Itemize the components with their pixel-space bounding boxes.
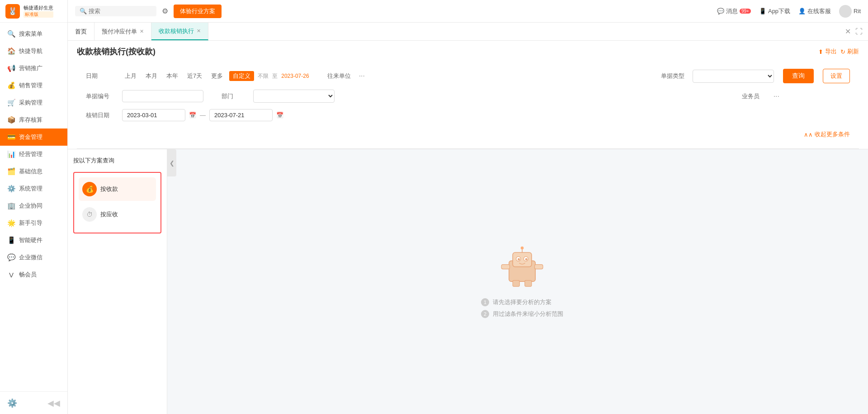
close-receipt-tab-icon[interactable]: ✕ (197, 28, 201, 34)
sidebar-item-system[interactable]: ⚙️ 系统管理 (0, 180, 67, 197)
sidebar-item-label: 畅会员 (19, 271, 37, 279)
sidebar-item-label: 系统管理 (19, 185, 42, 193)
hint-text-2: 用过滤条件来缩小分析范围 (493, 310, 563, 318)
chevron-up-icon: ∧∧ (804, 131, 813, 138)
panel-collapse-btn[interactable]: ❮ (167, 149, 176, 176)
tabbar: 首页 预付冲应付单 ✕ 收款核销执行 ✕ ✕ ⛶ (68, 23, 868, 41)
sidebar-menu: 🔍 搜索菜单 🏠 快捷导航 📢 营销推广 💰 销售管理 🛒 采购管理 📦 库存核… (0, 23, 67, 391)
writeoff-date-to-input[interactable] (209, 109, 273, 121)
query-btn[interactable]: 查询 (783, 69, 814, 83)
sidebar-item-label: 新手引导 (19, 219, 42, 227)
writeoff-date-from-input[interactable] (122, 109, 185, 121)
app-label: App下载 (768, 7, 790, 15)
collapse-more-btn[interactable]: ∧∧ 收起更多条件 (86, 128, 850, 141)
sidebar-item-label: 搜索菜单 (19, 30, 42, 38)
sidebar-item-basic[interactable]: 🗂️ 基础信息 (0, 163, 67, 180)
partner-label: 往来单位 (327, 72, 354, 80)
doctype-select[interactable] (693, 70, 774, 83)
by-receipt-label: 按收款 (100, 185, 118, 193)
tab-receipt[interactable]: 收款核销执行 ✕ (151, 23, 208, 40)
close-prepay-tab-icon[interactable]: ✕ (140, 29, 144, 34)
svg-rect-8 (513, 280, 519, 286)
refresh-btn[interactable]: ↻ 刷新 (840, 48, 859, 56)
sidebar-item-funds[interactable]: 💳 资金管理 (0, 128, 67, 146)
sidebar-item-wechat[interactable]: 💬 企业微信 (0, 249, 67, 266)
logo-icon: 🐰 (5, 4, 20, 19)
right-content: 1 请先选择要分析的方案 2 用过滤条件来缩小分析范围 (176, 149, 868, 414)
export-btn[interactable]: ⬆ 导出 (818, 48, 837, 56)
date-range-separator: — (200, 112, 206, 119)
purchase-icon: 🛒 (7, 99, 15, 107)
refresh-icon: ↻ (840, 48, 845, 55)
date-btn-last-month[interactable]: 上月 (122, 71, 139, 81)
docno-input[interactable] (122, 90, 203, 102)
partner-dots-btn[interactable]: ··· (359, 72, 365, 80)
partner-group: 往来单位 ··· (327, 72, 652, 80)
sidebar-item-label: 采购管理 (19, 99, 42, 107)
sidebar-item-search[interactable]: 🔍 搜索菜单 (0, 25, 67, 43)
user-item[interactable]: Rit (839, 5, 861, 18)
empty-state: 1 请先选择要分析的方案 2 用过滤条件来缩小分析范围 (481, 246, 563, 318)
industry-btn[interactable]: 体验行业方案 (174, 5, 222, 18)
sidebar-item-hardware[interactable]: 📱 智能硬件 (0, 232, 67, 249)
funds-icon: 💳 (7, 133, 15, 141)
cal-to-icon[interactable]: 📅 (276, 112, 283, 119)
page-header: 收款核销执行(按收款) ⬆ 导出 ↻ 刷新 日期 (68, 41, 868, 149)
sidebar-item-label: 销售管理 (19, 81, 42, 90)
settings-btn[interactable]: 设置 (823, 69, 850, 83)
hint-num-1: 1 (481, 298, 489, 306)
collapse-label: 收起更多条件 (815, 130, 850, 138)
sidebar-item-operations[interactable]: 📊 经营管理 (0, 146, 67, 163)
sidebar-item-member[interactable]: V 畅会员 (0, 266, 67, 283)
settings-gear-icon[interactable]: ⚙️ (7, 398, 17, 408)
cal-from-icon[interactable]: 📅 (189, 112, 196, 119)
enterprise-icon: 🏢 (7, 202, 15, 210)
tab-prepay-label: 预付冲应付单 (102, 28, 137, 36)
inventory-icon: 📦 (7, 116, 15, 124)
sidebar-item-label: 库存核算 (19, 116, 42, 124)
app-download-item[interactable]: 📱 App下载 (759, 7, 790, 15)
content-area: 收款核销执行(按收款) ⬆ 导出 ↻ 刷新 日期 (68, 41, 868, 414)
option-by-receipt[interactable]: 💰 按收款 (79, 177, 156, 201)
date-btn-7days[interactable]: 近7天 (184, 71, 205, 81)
sidebar-item-enterprise[interactable]: 🏢 企业协同 (0, 197, 67, 214)
collapse-sidebar-btn[interactable]: ◀◀ (47, 398, 60, 408)
close-tab-icon[interactable]: ✕ (845, 27, 851, 36)
page-actions: ⬆ 导出 ↻ 刷新 (818, 48, 859, 56)
sidebar-item-sales[interactable]: 💰 销售管理 (0, 77, 67, 94)
sidebar-item-shortcut[interactable]: 🏠 快捷导航 (0, 43, 67, 60)
salesperson-dots-btn[interactable]: ··· (774, 92, 779, 100)
sidebar-item-label: 智能硬件 (19, 236, 42, 244)
sidebar-item-guide[interactable]: 🌟 新手引导 (0, 214, 67, 232)
sidebar-item-inventory[interactable]: 📦 库存核算 (0, 111, 67, 128)
date-btn-this-year[interactable]: 本年 (164, 71, 181, 81)
basic-icon: 🗂️ (7, 167, 15, 176)
doctype-label: 单据类型 (661, 72, 688, 80)
app-icon: 📱 (759, 8, 766, 14)
date-btn-custom[interactable]: 自定义 (229, 71, 254, 81)
hint-text-1: 请先选择要分析的方案 (493, 298, 552, 306)
salesperson-group: 业务员 ··· (742, 92, 779, 100)
online-service-item[interactable]: 👤 在线客服 (798, 7, 831, 15)
topbar-search-area[interactable]: 🔍 (75, 6, 156, 16)
topbar-gear-icon[interactable]: ⚙ (162, 7, 168, 15)
sidebar-item-purchase[interactable]: 🛒 采购管理 (0, 94, 67, 111)
tab-prepay[interactable]: 预付冲应付单 ✕ (94, 23, 151, 40)
operations-icon: 📊 (7, 150, 15, 158)
message-item[interactable]: 💬 消息 99+ (717, 7, 751, 15)
fullscreen-icon[interactable]: ⛶ (855, 28, 863, 36)
tab-home[interactable]: 首页 (68, 23, 94, 40)
salesperson-label: 业务员 (742, 92, 769, 100)
date-btn-this-month[interactable]: 本月 (143, 71, 160, 81)
topbar-search-input[interactable] (89, 8, 152, 14)
search-icon: 🔍 (7, 30, 15, 38)
left-panel-wrapper: 按以下方案查询 💰 按收款 ⏱ 按应收 ❮ (68, 149, 176, 414)
sidebar-item-label: 企业协同 (19, 202, 42, 210)
sidebar-item-marketing[interactable]: 📢 营销推广 (0, 60, 67, 77)
main-area: 🔍 ⚙ 体验行业方案 💬 消息 99+ 📱 App下载 👤 在线客服 R (68, 0, 868, 414)
option-by-receivable[interactable]: ⏱ 按应收 (79, 203, 156, 226)
message-icon: 💬 (717, 8, 724, 14)
dept-group: 部门 (222, 90, 733, 103)
date-btn-more[interactable]: 更多 (208, 71, 226, 81)
dept-select[interactable] (253, 90, 335, 103)
